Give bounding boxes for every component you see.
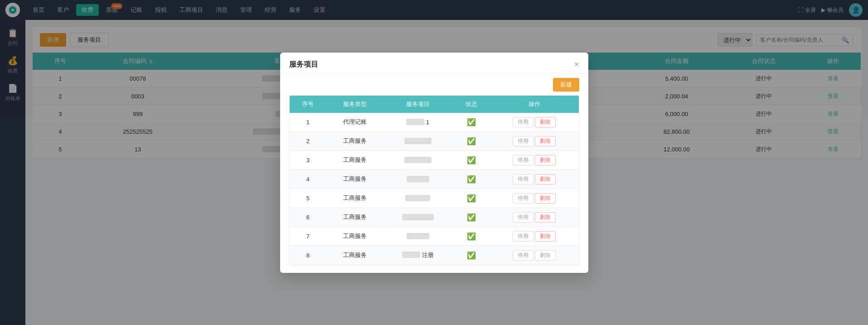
stop-btn-8[interactable]: 停用 [513,250,533,261]
status-check-6: ✅ [467,213,476,221]
delete-btn-3[interactable]: 删除 [535,155,556,165]
modal-table-wrap[interactable]: 序号 服务类型 服务项目 状态 操作 1 代理记账 1 ✅ [289,95,579,266]
modal-table-row: 5 工商服务 ✅ 停用 删除 [290,189,579,208]
service-modal: 服务项目 × 新建 序号 服务类型 服务项目 状态 操作 [280,53,588,273]
modal-table-row: 1 代理记账 1 ✅ 停用 删除 [290,113,579,132]
stop-btn-6[interactable]: 停用 [513,212,533,223]
stop-btn-5[interactable]: 停用 [513,193,533,204]
delete-btn-2[interactable]: 删除 [535,136,556,146]
modal-col-ops: 操作 [490,96,579,113]
status-check-8: ✅ [467,252,476,259]
delete-btn-1[interactable]: 删除 [535,117,556,127]
status-check-4: ✅ [467,175,476,183]
delete-btn-4[interactable]: 删除 [535,174,556,184]
modal-header: 服务项目 × [280,53,588,73]
delete-btn-7[interactable]: 删除 [535,231,556,242]
status-check-1: ✅ [467,118,476,126]
status-check-3: ✅ [467,156,476,164]
stop-btn-7[interactable]: 停用 [513,231,533,242]
delete-btn-5[interactable]: 删除 [535,193,556,204]
modal-table: 序号 服务类型 服务项目 状态 操作 1 代理记账 1 ✅ [290,96,579,265]
modal-title: 服务项目 [289,60,318,69]
modal-toolbar: 新建 [280,73,588,95]
modal-table-row: 4 工商服务 ✅ 停用 删除 [290,170,579,189]
modal-body: 序号 服务类型 服务项目 状态 操作 1 代理记账 1 ✅ [280,95,588,273]
modal-table-row: 3 工商服务 ✅ 停用 删除 [290,150,579,170]
modal-table-row: 2 工商服务 ✅ 停用 删除 [290,131,579,150]
stop-btn-1[interactable]: 停用 [513,117,533,127]
delete-btn-8[interactable]: 删除 [535,250,556,261]
status-check-2: ✅ [467,137,476,145]
stop-btn-4[interactable]: 停用 [513,174,533,184]
modal-table-row: 8 工商服务 注册 ✅ 停用 删除 [290,246,579,265]
modal-new-btn[interactable]: 新建 [553,78,579,92]
status-check-5: ✅ [467,194,476,202]
modal-col-item: 服务项目 [383,96,453,113]
modal-col-type: 服务类型 [326,96,383,113]
modal-close-btn[interactable]: × [574,60,579,68]
modal-col-seq: 序号 [290,96,327,113]
status-check-7: ✅ [467,233,476,240]
delete-btn-6[interactable]: 删除 [535,212,556,223]
modal-col-status: 状态 [453,96,490,113]
stop-btn-2[interactable]: 停用 [513,136,533,146]
modal-overlay: 服务项目 × 新建 序号 服务类型 服务项目 状态 操作 [0,0,868,325]
modal-table-row: 6 工商服务 ✅ 停用 删除 [290,208,579,227]
stop-btn-3[interactable]: 停用 [513,155,533,165]
modal-table-row: 7 工商服务 ✅ 停用 删除 [290,227,579,246]
